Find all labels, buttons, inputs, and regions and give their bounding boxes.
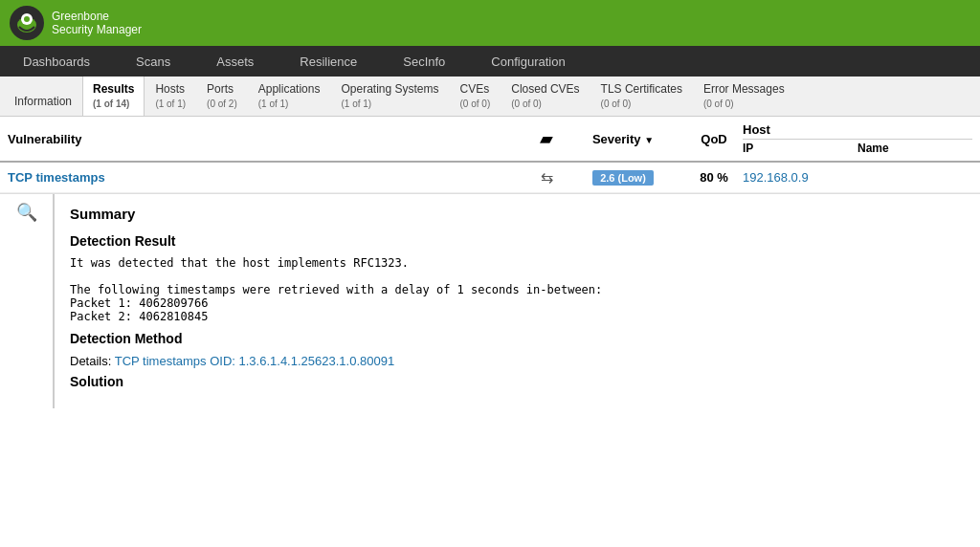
tab-operating-systems[interactable]: Operating Systems (1 of 1) [330,77,449,116]
vulnerability-link[interactable]: TCP timestamps [8,170,105,185]
tab-results-count: (1 of 14) [93,98,134,110]
tab-ports[interactable]: Ports (0 of 2) [196,77,248,116]
tab-error-messages[interactable]: Error Messages (0 of 0) [693,77,795,116]
nav-scans[interactable]: Scans [113,46,193,77]
qod-cell: 80 % [685,170,743,185]
arrows-icon: ⇆ [541,169,553,186]
nav-assets[interactable]: Assets [193,46,277,77]
tab-ports-count: (0 of 2) [207,98,237,110]
app-header: Greenbone Security Manager [0,0,980,46]
tab-applications[interactable]: Applications (1 of 1) [248,77,331,116]
tab-hosts-count: (1 of 1) [155,98,186,110]
host-header-label: Host [743,122,972,140]
zoom-icon[interactable]: 🔍 [16,202,37,223]
nav-configuration[interactable]: Configuration [468,46,588,77]
tab-results[interactable]: Results (1 of 14) [82,77,145,117]
col-header-severity[interactable]: Severity ▼ [561,132,685,146]
tab-hosts[interactable]: Hosts (1 of 1) [145,77,196,116]
severity-cell: 2.6 (Low) [561,170,685,185]
method-link[interactable]: TCP timestamps OID: 1.3.6.1.4.1.25623.1.… [115,354,394,368]
col-header-host: Host IP Name [743,122,972,155]
detail-content: Summary Detection Result It was detected… [53,194,980,408]
tab-tls-certificates[interactable]: TLS Certificates (0 of 0) [590,77,693,116]
host-ip-link[interactable]: 192.168.0.9 [743,170,809,185]
puzzle-icon: ▰ [540,129,553,148]
main-nav: Dashboards Scans Assets Resilience SecIn… [0,46,980,77]
detection-text: It was detected that the host implements… [70,256,965,323]
results-table: Vulnerability ▰ Severity ▼ QoD Host IP N… [0,117,980,193]
nav-dashboards[interactable]: Dashboards [0,46,113,77]
tab-os-count: (1 of 1) [341,98,438,110]
method-prefix: Details: [70,354,115,368]
tab-cves[interactable]: CVEs (0 of 0) [450,77,501,116]
vulnerability-cell: TCP timestamps [8,170,532,185]
tabs-row: Information Results (1 of 14) Hosts (1 o… [0,77,980,117]
svg-point-3 [24,16,30,22]
detection-heading: Detection Result [70,233,965,249]
tab-closed-cves-count: (0 of 0) [511,98,579,110]
detail-area: 🔍 Summary Detection Result It was detect… [0,193,980,408]
host-cell: 192.168.0.9 [743,170,972,185]
col-header-puzzle: ▰ [532,128,561,149]
tab-information[interactable]: Information [4,88,82,116]
logo-icon [10,6,44,40]
tab-errors-count: (0 of 0) [703,98,785,110]
host-sub-headers: IP Name [743,142,972,155]
tab-applications-count: (1 of 1) [258,98,321,110]
col-header-qod: QoD [685,132,743,146]
col-header-vulnerability: Vulnerability [8,132,532,146]
nav-secinfo[interactable]: SecInfo [380,46,468,77]
row-icon-cell: ⇆ [532,168,561,186]
col-header-name: Name [858,142,889,155]
table-header-row: Vulnerability ▰ Severity ▼ QoD Host IP N… [0,117,980,163]
tab-closed-cves[interactable]: Closed CVEs (0 of 0) [501,77,590,116]
logo: Greenbone Security Manager [10,6,142,40]
detail-gutter: 🔍 [0,194,53,408]
app-title: Greenbone Security Manager [52,10,142,37]
severity-badge: 2.6 (Low) [592,170,654,186]
table-row: TCP timestamps ⇆ 2.6 (Low) 80 % 192.168.… [0,163,980,193]
summary-heading: Summary [70,206,965,222]
solution-heading: Solution [70,374,965,389]
tab-tls-count: (0 of 0) [601,98,682,110]
col-header-ip: IP [743,142,858,155]
sort-icon: ▼ [644,135,654,145]
method-details: Details: TCP timestamps OID: 1.3.6.1.4.1… [70,354,965,368]
nav-resilience[interactable]: Resilience [277,46,380,77]
tab-cves-count: (0 of 0) [460,98,491,110]
method-heading: Detection Method [70,331,965,346]
